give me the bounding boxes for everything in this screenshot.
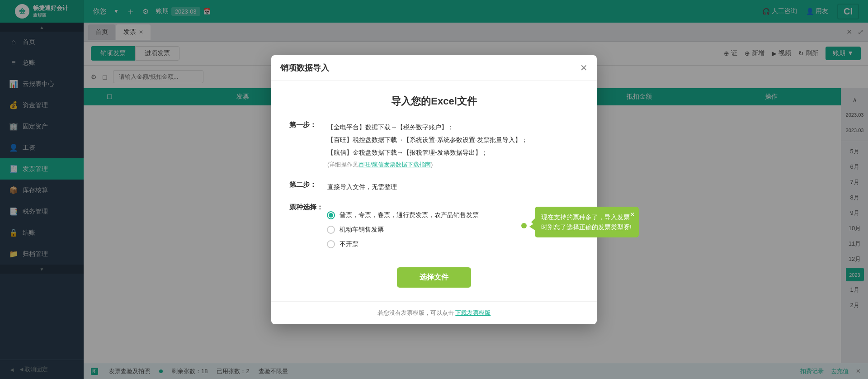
step1-block: 第一步： 【全电平台】数据下载→【税务数字账户】； 【百旺】税控盘数据下载→【系… — [289, 121, 579, 171]
import-modal: 销项数据导入 ✕ 导入您的Excel文件 第一步： 【全电平台】数据下载→【税务… — [271, 55, 597, 324]
download-template-link[interactable]: 下载发票模版 — [455, 309, 491, 316]
modal-footer: 若您没有发票模版，可以点击 下载发票模版 — [271, 301, 597, 324]
modal-main-title: 导入您的Excel文件 — [289, 95, 579, 108]
step1-link[interactable]: 百旺/航信发票数据下载指南 — [359, 161, 431, 168]
radio-item-2[interactable]: 机动车销售发票 — [327, 226, 479, 234]
step2-content: 直接导入文件，无需整理 — [320, 180, 397, 193]
step1-content: 【全电平台】数据下载→【税务数字账户】； 【百旺】税控盘数据下载→【系统设置-系… — [320, 121, 528, 171]
radio-item-1[interactable]: 普票，专票，卷票，通行费发票，农产品销售发票 — [327, 211, 479, 219]
ticket-radio-group: 普票，专票，卷票，通行费发票，农产品销售发票 机动车销售发票 不开票 ✕ — [327, 211, 479, 248]
step1-line3: 【航信】金税盘数据下载→【报税管理-发票数据导出】； — [327, 146, 528, 159]
radio-item-3[interactable]: 不开票 — [327, 240, 479, 248]
step2-block: 第二步： 直接导入文件，无需整理 — [289, 180, 579, 193]
tooltip-text: 现在支持的票种多了，导入发票时别忘了选择正确的发票类型呀! — [541, 213, 632, 231]
radio-circle-3[interactable] — [327, 240, 335, 248]
radio-label-2: 机动车销售发票 — [340, 226, 384, 234]
tooltip-dot — [521, 223, 527, 228]
modal-overlay: 销项数据导入 ✕ 导入您的Excel文件 第一步： 【全电平台】数据下载→【税务… — [0, 0, 868, 379]
step1-line2: 【百旺】税控盘数据下载→【系统设置-系统参数设置-发票批量导入】； — [327, 133, 528, 146]
modal-body: 导入您的Excel文件 第一步： 【全电平台】数据下载→【税务数字账户】； 【百… — [271, 81, 597, 301]
radio-circle-1[interactable] — [327, 211, 335, 219]
tooltip-close-button[interactable]: ✕ — [630, 209, 635, 219]
radio-label-3: 不开票 — [340, 240, 359, 248]
modal-close-button[interactable]: ✕ — [580, 62, 588, 73]
footer-text: 若您没有发票模版，可以点击 — [377, 309, 454, 316]
step1-line1: 【全电平台】数据下载→【税务数字账户】； — [327, 121, 528, 133]
tooltip-bubble: ✕ 现在支持的票种多了，导入发票时别忘了选择正确的发票类型呀! — [535, 207, 639, 238]
step1-label: 第一步： — [289, 121, 316, 129]
step2-label: 第二步： — [289, 180, 316, 189]
step1-note: (详细操作见百旺/航信发票数据下载指南) — [327, 159, 528, 171]
radio-label-1: 普票，专票，卷票，通行费发票，农产品销售发票 — [340, 211, 479, 219]
select-file-button[interactable]: 选择文件 — [397, 267, 471, 288]
modal-title: 销项数据导入 — [280, 62, 329, 73]
radio-circle-2[interactable] — [327, 226, 335, 234]
modal-header: 销项数据导入 ✕ — [271, 55, 597, 81]
ticket-label: 票种选择： — [289, 203, 323, 212]
